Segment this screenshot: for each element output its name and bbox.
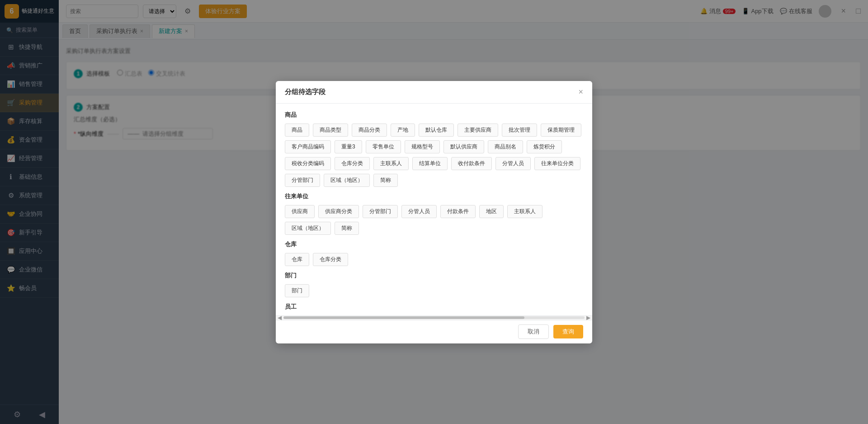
field-tag[interactable]: 分管部门 [285,174,320,187]
field-tag[interactable]: 付款条件 [440,205,476,218]
field-tag[interactable]: 重量3 [335,140,362,153]
cancel-btn[interactable]: 取消 [518,324,549,339]
hscroll-thumb [283,316,524,319]
modal-close-btn[interactable]: × [578,87,583,97]
field-tag[interactable]: 客户商品编码 [285,140,331,153]
field-tag[interactable]: 产地 [391,124,415,137]
modal-body: 商品 商品商品类型商品分类产地默认仓库主要供应商批次管理保质期管理客户商品编码重… [276,104,592,315]
field-tag[interactable]: 规格型号 [405,140,440,153]
field-tag[interactable]: 批次管理 [502,124,537,137]
field-select-modal: 分组待选字段 × 商品 商品商品类型商品分类产地默认仓库主要供应商批次管理保质期… [276,81,592,343]
field-tag[interactable]: 仓库 [285,253,309,266]
modal-hscroll[interactable]: ◀ ▶ [276,315,592,320]
field-tag[interactable]: 商品分类 [352,124,387,137]
main-content: 采购订单执行表方案设置 1 选择模板 汇总表 交叉统计表 2 方案配置 [59,40,868,424]
warehouse-fields: 仓库仓库分类 [285,253,583,266]
field-tag[interactable]: 仓库分类 [313,253,348,266]
modal-header: 分组待选字段 × [276,81,592,104]
field-tag[interactable]: 仓库分类 [335,157,370,170]
field-tag[interactable]: 分管人员 [401,205,437,218]
field-tag[interactable]: 主联系人 [373,157,409,170]
field-tag[interactable]: 分管人员 [495,157,531,170]
modal-footer: 取消 查询 [276,320,592,343]
field-tag[interactable]: 炼货积分 [527,140,562,153]
field-tag[interactable]: 默认仓库 [419,124,454,137]
field-tag[interactable]: 默认供应商 [443,140,484,153]
field-tag[interactable]: 分管部门 [363,205,398,218]
product-fields: 商品商品类型商品分类产地默认仓库主要供应商批次管理保质期管理客户商品编码重量3零… [285,124,583,187]
field-tag[interactable]: 收付款条件 [451,157,492,170]
field-tag[interactable]: 简称 [373,174,398,187]
field-tag[interactable]: 商品 [285,124,309,137]
field-tag[interactable]: 税收分类编码 [285,157,331,170]
main-area: 请选择 ⚙ 体验行业方案 🔔 消息 99+ 📱 App下载 💬 在线客服 × □ [59,0,868,424]
field-tag[interactable]: 保质期管理 [541,124,581,137]
field-tag[interactable]: 简称 [335,222,359,235]
field-tag[interactable]: 地区 [479,205,504,218]
section-title-employee: 员工 [285,303,583,311]
section-title-partner: 往来单位 [285,192,583,200]
field-tag[interactable]: 往来单位分类 [534,157,580,170]
section-title-warehouse: 仓库 [285,240,583,248]
field-tag[interactable]: 供应商 [285,205,315,218]
field-tag[interactable]: 结算单位 [412,157,448,170]
modal-title: 分组待选字段 [285,88,326,96]
section-title-product: 商品 [285,111,583,119]
confirm-btn[interactable]: 查询 [553,325,583,338]
hscroll-track [283,316,585,319]
field-tag[interactable]: 供应商分类 [318,205,359,218]
section-title-department: 部门 [285,272,583,280]
field-tag[interactable]: 区域（地区） [285,222,331,235]
field-tag[interactable]: 商品别名 [488,140,523,153]
partner-fields: 供应商供应商分类分管部门分管人员付款条件地区主联系人区域（地区）简称 [285,205,583,235]
field-tag[interactable]: 部门 [285,284,309,297]
field-tag[interactable]: 主要供应商 [458,124,498,137]
modal-overlay: 分组待选字段 × 商品 商品商品类型商品分类产地默认仓库主要供应商批次管理保质期… [59,40,868,424]
field-tag[interactable]: 商品类型 [313,124,348,137]
field-tag[interactable]: 主联系人 [507,205,542,218]
department-fields: 部门 [285,284,583,297]
field-tag[interactable]: 区域（地区） [324,174,370,187]
field-tag[interactable]: 零售单位 [366,140,401,153]
